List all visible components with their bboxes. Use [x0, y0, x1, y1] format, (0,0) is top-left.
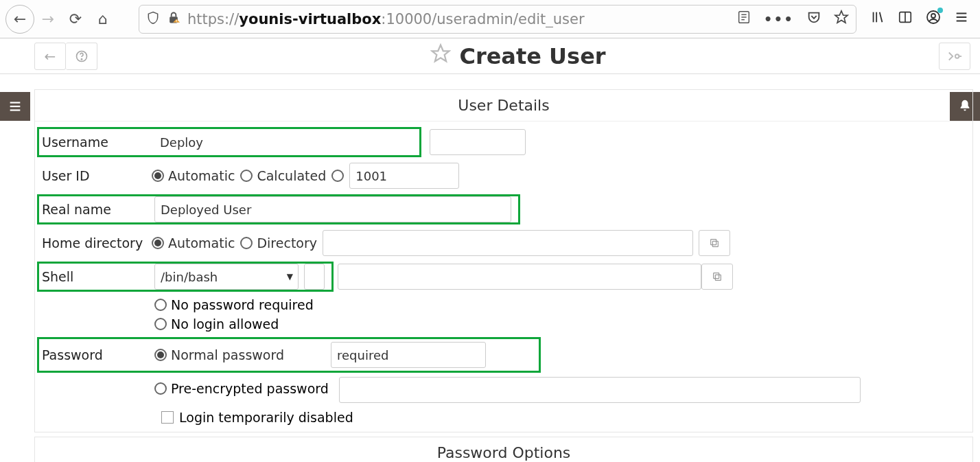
userid-calc-radio[interactable]: Calculated: [240, 168, 326, 183]
username-extra-input[interactable]: [430, 129, 526, 155]
wm-help-button[interactable]: [66, 43, 97, 70]
password-options-panel: Password Options Password changed Never …: [34, 437, 973, 462]
nav-home-button[interactable]: ⌂: [89, 5, 117, 33]
nav-back-button[interactable]: ←: [5, 5, 34, 34]
label-homedir: Home directory: [39, 235, 152, 251]
lock-warning-icon[interactable]: [167, 11, 180, 27]
webmin-top-bar: ← Create User: [0, 38, 980, 74]
shield-icon: [146, 11, 160, 27]
url-text: https://younis-virtualbox:10000/useradmi…: [187, 11, 730, 27]
svg-rect-27: [711, 240, 716, 245]
pwd-preenc-input[interactable]: [339, 377, 861, 403]
url-right-icons: •••: [736, 10, 849, 28]
url-bar[interactable]: https://younis-virtualbox:10000/useradmi…: [139, 5, 856, 34]
userid-auto-radio[interactable]: Automatic: [152, 168, 235, 183]
svg-point-20: [81, 58, 82, 59]
nav-reload-button[interactable]: ⟳: [62, 5, 89, 33]
bookmark-star-icon[interactable]: [834, 10, 849, 28]
userid-input[interactable]: [349, 163, 459, 189]
svg-rect-29: [714, 273, 719, 279]
shell-path-input[interactable]: [338, 264, 701, 290]
svg-marker-8: [835, 11, 848, 23]
username-input[interactable]: [154, 129, 408, 155]
pwd-preenc-radio[interactable]: Pre-encrypted password: [154, 381, 329, 396]
svg-point-15: [931, 14, 935, 18]
label-userid: User ID: [39, 168, 152, 183]
row-username: Username: [35, 124, 972, 160]
content-area: User Details Username User ID Automatic …: [0, 89, 980, 462]
label-shell: Shell: [39, 269, 152, 284]
label-username: Username: [39, 135, 152, 150]
library-icon[interactable]: [870, 10, 885, 28]
label-password: Password: [39, 347, 152, 362]
homedir-dir-radio[interactable]: Directory: [240, 235, 317, 251]
row-realname: Real name: [35, 192, 972, 227]
userid-manual-radio[interactable]: [331, 170, 344, 182]
account-icon[interactable]: [925, 9, 942, 29]
shell-select[interactable]: /bin/bash: [154, 264, 299, 290]
pwd-normal-radio[interactable]: Normal password: [154, 347, 284, 362]
label-realname: Real name: [39, 202, 152, 217]
reader-mode-icon[interactable]: [736, 10, 751, 28]
page-actions-icon[interactable]: •••: [764, 11, 794, 27]
shell-extra-input[interactable]: [304, 264, 325, 290]
svg-line-11: [880, 12, 883, 23]
homedir-input[interactable]: [323, 230, 693, 256]
pocket-icon[interactable]: [806, 10, 821, 28]
svg-marker-21: [432, 45, 450, 62]
pwd-nologin-radio[interactable]: No login allowed: [154, 316, 279, 332]
homedir-browse-button[interactable]: [699, 230, 730, 256]
user-details-panel: User Details Username User ID Automatic …: [34, 89, 973, 432]
pwd-none-radio[interactable]: No password required: [154, 297, 314, 312]
nav-forward-button[interactable]: →: [34, 5, 62, 33]
wm-terminal-button[interactable]: [939, 43, 970, 70]
svg-rect-30: [715, 275, 721, 280]
realname-input[interactable]: [154, 196, 511, 222]
pwd-normal-input[interactable]: [331, 342, 486, 368]
svg-point-22: [955, 54, 959, 58]
favorite-star-icon[interactable]: [430, 43, 451, 69]
row-shell: Shell /bin/bash ▼: [35, 259, 972, 294]
svg-rect-3: [176, 21, 177, 22]
svg-rect-2: [176, 19, 177, 21]
row-password: No password required No login allowed Pa…: [35, 294, 972, 429]
browser-toolbar: ← → ⟳ ⌂ https://younis-virtualbox:10000/…: [0, 0, 980, 38]
row-homedir: Home directory Automatic Directory: [35, 227, 972, 259]
hamburger-menu-icon[interactable]: [954, 10, 969, 28]
sidebar-icon[interactable]: [898, 10, 913, 28]
page-title: Create User: [459, 43, 605, 69]
panel-header-pwdopts: Password Options: [35, 437, 972, 462]
wm-back-button[interactable]: ←: [34, 43, 66, 70]
row-userid: User ID Automatic Calculated: [35, 160, 972, 192]
homedir-auto-radio[interactable]: Automatic: [152, 235, 235, 251]
svg-rect-28: [712, 241, 718, 246]
browser-right-toolbar: [865, 9, 975, 29]
pwd-tmp-disabled-checkbox[interactable]: Login temporarily disabled: [161, 410, 353, 425]
panel-header-user-details: User Details: [35, 90, 972, 122]
shell-browse-button[interactable]: [701, 264, 733, 290]
